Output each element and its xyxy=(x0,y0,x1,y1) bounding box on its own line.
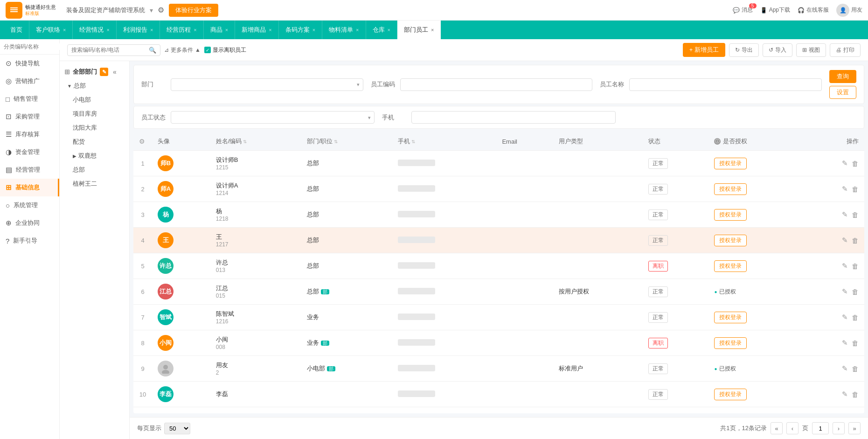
delete-icon[interactable]: 🗑 xyxy=(852,185,859,193)
sidebar-item-marketing[interactable]: ◎ 营销推广 xyxy=(0,72,59,90)
dept-item-project[interactable]: 项目库房 xyxy=(60,107,129,121)
tab-dept-staff-close[interactable]: × xyxy=(431,27,434,33)
edit-icon[interactable]: ✎ xyxy=(842,339,848,347)
trial-button[interactable]: 体验行业方案 xyxy=(169,4,218,17)
tab-bom-close[interactable]: × xyxy=(356,27,359,33)
sidebar-item-operation[interactable]: ▤ 经营管理 xyxy=(0,161,59,179)
tab-goods[interactable]: 商品 × xyxy=(204,21,235,39)
app-download-action[interactable]: 📱 App下载 xyxy=(760,6,790,14)
tab-home[interactable]: 首页 xyxy=(4,21,29,39)
view-button[interactable]: ⊞ 视图 xyxy=(796,43,826,57)
per-page-select[interactable]: 50 100 xyxy=(164,423,190,434)
show-resigned-checkbox[interactable]: ✓ xyxy=(204,47,211,53)
sidebar-item-finance[interactable]: ◑ 资金管理 xyxy=(0,143,59,161)
edit-icon[interactable]: ✎ xyxy=(842,313,848,321)
tab-barcode-close[interactable]: × xyxy=(312,27,315,33)
more-filter-btn[interactable]: ⊿ 更多条件 ▲ xyxy=(164,46,201,54)
edit-icon[interactable]: ✎ xyxy=(842,185,848,193)
dept-collapse-icon[interactable]: « xyxy=(113,68,117,76)
delete-icon[interactable]: 🗑 xyxy=(852,365,859,373)
tab-new-goods[interactable]: 新增商品 × xyxy=(235,21,278,39)
dept-item-zongbu-child[interactable]: 总部 xyxy=(60,163,129,177)
edit-icon[interactable]: ✎ xyxy=(842,287,848,296)
sidebar-item-purchase[interactable]: ⊡ 采购管理 xyxy=(0,108,59,125)
auth-button[interactable]: 授权登录 xyxy=(714,312,747,323)
auth-button[interactable]: 授权登录 xyxy=(714,260,747,272)
filter-empcode-input[interactable] xyxy=(400,78,593,91)
sidebar-item-quick-nav[interactable]: ⊙ 快捷导航 xyxy=(0,55,59,72)
table-settings-icon[interactable]: ⚙ xyxy=(139,138,145,145)
delete-icon[interactable]: 🗑 xyxy=(852,339,859,347)
add-employee-button[interactable]: + 新增员工 xyxy=(683,43,725,57)
sidebar-item-system[interactable]: ○ 系统管理 xyxy=(0,196,59,214)
page-next-btn[interactable]: › xyxy=(833,422,845,434)
th-name[interactable]: 姓名/编码 ⇅ xyxy=(210,132,301,151)
dept-sort-icon[interactable]: ⇅ xyxy=(334,139,338,144)
auth-button[interactable]: 授权登录 xyxy=(714,337,747,349)
filter-empname-input[interactable] xyxy=(629,78,822,91)
dept-item-shuanglu[interactable]: ▶ 双鹿想 xyxy=(60,149,129,163)
settings-button[interactable]: 设置 xyxy=(829,86,856,99)
edit-icon[interactable]: ✎ xyxy=(842,390,848,398)
name-sort-icon[interactable]: ⇅ xyxy=(243,139,247,144)
th-dept[interactable]: 部门/职位 ⇅ xyxy=(301,132,392,151)
gear-button[interactable]: ⚙ xyxy=(158,6,164,14)
sidebar-item-coop[interactable]: ⊕ 企业协同 xyxy=(0,214,59,232)
delete-icon[interactable]: 🗑 xyxy=(852,390,859,398)
tab-customer-close[interactable]: × xyxy=(63,27,66,33)
phone-sort-icon[interactable]: ⇅ xyxy=(411,139,415,144)
edit-icon[interactable]: ✎ xyxy=(842,159,848,167)
tab-customer[interactable]: 客户联络 × xyxy=(29,21,73,39)
search-input[interactable] xyxy=(71,47,146,53)
tab-warehouse-close[interactable]: × xyxy=(388,27,390,33)
print-button[interactable]: 🖨 打印 xyxy=(830,43,861,57)
auth-button[interactable]: 授权登录 xyxy=(714,389,747,400)
user-action[interactable]: 👤 用友 xyxy=(836,4,862,17)
delete-icon[interactable]: 🗑 xyxy=(852,314,859,321)
page-prev-btn[interactable]: ‹ xyxy=(786,422,799,434)
delete-icon[interactable]: 🗑 xyxy=(852,237,859,244)
filter-status-select[interactable] xyxy=(171,111,375,124)
delete-icon[interactable]: 🗑 xyxy=(852,211,859,219)
tab-barcode[interactable]: 条码方案 × xyxy=(279,21,322,39)
tab-warehouse[interactable]: 仓库 × xyxy=(366,21,397,39)
tab-new-goods-close[interactable]: × xyxy=(269,27,271,33)
sidebar-item-basic[interactable]: ⊞ 基础信息 xyxy=(0,179,59,196)
delete-icon[interactable]: 🗑 xyxy=(852,262,859,270)
edit-icon[interactable]: ✎ xyxy=(842,236,848,244)
sidebar-item-sales[interactable]: □ 销售管理 xyxy=(0,90,59,108)
auth-button[interactable]: 授权登录 xyxy=(714,158,747,169)
tab-operation[interactable]: 经营情况 × xyxy=(73,21,116,39)
query-button[interactable]: 查询 xyxy=(829,70,856,83)
show-resigned-filter[interactable]: ✓ 显示离职员工 xyxy=(204,46,246,54)
page-input[interactable] xyxy=(812,422,829,434)
tab-goods-close[interactable]: × xyxy=(225,27,228,33)
page-last-btn[interactable]: » xyxy=(848,422,861,434)
sidebar-item-guide[interactable]: ? 新手引导 xyxy=(0,232,59,250)
tab-bom[interactable]: 物料清单 × xyxy=(322,21,366,39)
tab-profit[interactable]: 利润报告 × xyxy=(117,21,160,39)
import-button[interactable]: ↺ 导入 xyxy=(763,43,792,57)
filter-dept-select[interactable] xyxy=(171,78,363,91)
edit-icon[interactable]: ✎ xyxy=(842,210,848,219)
dept-item-zhishu[interactable]: 植树王二 xyxy=(60,177,129,191)
auth-button[interactable]: 授权登录 xyxy=(714,235,747,246)
edit-icon[interactable]: ✎ xyxy=(842,262,848,270)
delete-icon[interactable]: 🗑 xyxy=(852,160,859,167)
dept-item-xiaodian[interactable]: 小电部 xyxy=(60,93,129,107)
dept-item-shenyang[interactable]: 沈阳大库 xyxy=(60,121,129,135)
tab-dept-staff[interactable]: 部门员工 × xyxy=(397,21,441,39)
tab-history[interactable]: 经营历程 × xyxy=(160,21,203,39)
dept-item-zongbu-parent[interactable]: ▼ 总部 xyxy=(60,79,129,93)
dept-item-peihuo[interactable]: 配货 xyxy=(60,135,129,149)
auth-button[interactable]: 授权登录 xyxy=(714,183,747,195)
message-action[interactable]: 💬 消息 5 xyxy=(733,6,753,14)
tab-operation-close[interactable]: × xyxy=(106,27,109,33)
edit-icon[interactable]: ✎ xyxy=(842,364,848,373)
auth-button[interactable]: 授权登录 xyxy=(714,209,747,221)
tab-profit-close[interactable]: × xyxy=(150,27,153,33)
delete-icon[interactable]: 🗑 xyxy=(852,288,859,296)
filter-phone-input[interactable] xyxy=(411,111,615,124)
system-title-dropdown[interactable]: ▾ xyxy=(150,7,153,14)
page-first-btn[interactable]: « xyxy=(771,422,783,434)
